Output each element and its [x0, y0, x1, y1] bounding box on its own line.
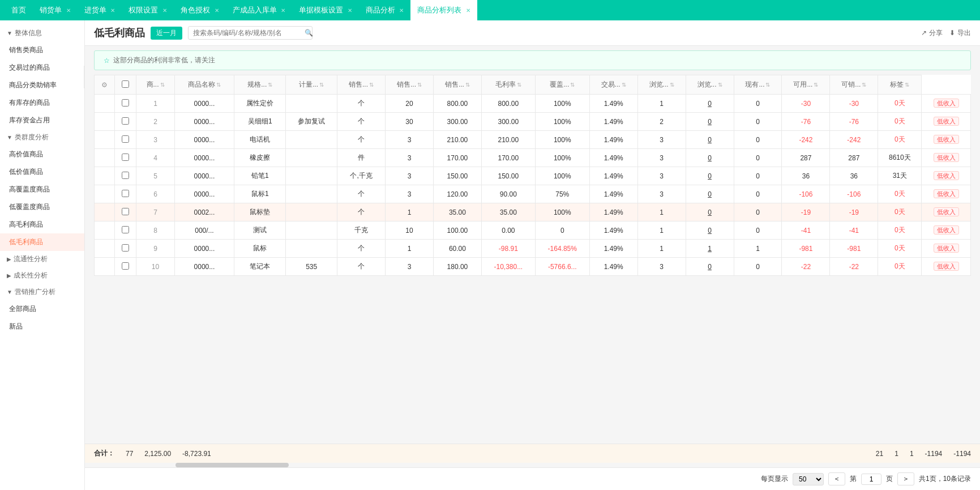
sidebar-item-high-coverage[interactable]: 高覆盖度商品	[0, 181, 84, 198]
cell-checkbox[interactable]	[114, 203, 136, 221]
cell-browse1[interactable]: 0	[686, 95, 734, 113]
th-settings[interactable]: ⚙	[95, 75, 115, 95]
cell-browse1[interactable]: 0	[686, 149, 734, 167]
row-checkbox[interactable]	[122, 172, 129, 179]
cell-browse2: 0	[734, 131, 782, 149]
cell-browse1[interactable]: 0	[686, 221, 734, 240]
th-sale-amount[interactable]: 销售...⇅	[433, 75, 481, 95]
th-browse1[interactable]: 浏览...⇅	[637, 75, 686, 95]
sidebar-item-in-stock[interactable]: 有库存的商品	[0, 94, 84, 112]
cell-checkbox[interactable]	[114, 221, 136, 240]
search-input[interactable]	[188, 26, 313, 40]
sidebar-group-marketing[interactable]: ▼ 营销推广分析	[0, 284, 84, 300]
sidebar-item-inventory-capital[interactable]: 库存资金占用	[0, 112, 84, 129]
cell-checkbox[interactable]	[114, 258, 136, 276]
th-current-stock[interactable]: 现有...⇅	[734, 75, 782, 95]
row-checkbox[interactable]	[122, 190, 129, 197]
cell-browse1[interactable]: 0	[686, 258, 734, 276]
row-checkbox[interactable]	[122, 244, 129, 252]
th-transaction[interactable]: 交易...⇅	[589, 75, 637, 95]
sidebar-item-low-coverage[interactable]: 低覆盖度商品	[0, 198, 84, 216]
row-checkbox[interactable]	[122, 262, 129, 270]
th-tag[interactable]: 标签⇅	[878, 75, 922, 95]
sidebar-group-overall[interactable]: ▼ 整体信息	[0, 25, 84, 41]
cell-checkbox[interactable]	[114, 185, 136, 203]
cell-checkbox[interactable]	[114, 95, 136, 113]
cell-checkbox[interactable]	[114, 240, 136, 258]
th-unit[interactable]: 计量...⇅	[286, 75, 337, 95]
prev-page-button[interactable]: ＜	[828, 472, 845, 485]
close-icon[interactable]: ✕	[281, 7, 285, 14]
row-checkbox[interactable]	[122, 135, 129, 143]
row-checkbox[interactable]	[122, 208, 129, 215]
nav-item-home[interactable]: 首页	[5, 0, 33, 20]
sidebar-item-category-rate[interactable]: 商品分类助销率	[0, 76, 84, 94]
nav-item-purchase[interactable]: 进货单 ✕	[78, 0, 122, 20]
nav-item-product-in[interactable]: 产成品入库单 ✕	[226, 0, 293, 20]
sidebar-group-flow[interactable]: ▶ 流通性分析	[0, 251, 84, 267]
export-button[interactable]: ⬇ 导出	[949, 28, 971, 38]
close-icon[interactable]: ✕	[66, 7, 71, 14]
cell-browse1[interactable]: 0	[686, 113, 734, 131]
sidebar-item-high-gross[interactable]: 高毛利商品	[0, 216, 84, 233]
th-checkbox[interactable]	[114, 75, 136, 95]
cell-unit: 千克	[337, 221, 386, 240]
sidebar-item-all-goods[interactable]: 全部商品	[0, 300, 84, 318]
close-icon[interactable]: ✕	[215, 7, 219, 14]
nav-item-sales[interactable]: 销货单 ✕	[33, 0, 78, 20]
nav-item-analysis[interactable]: 商品分析 ✕	[359, 0, 411, 20]
tag-badge: 低收入	[934, 262, 959, 271]
cell-browse2: 0	[734, 113, 782, 131]
share-button[interactable]: ↗ 分享	[921, 28, 943, 38]
th-browse2[interactable]: 浏览...⇅	[686, 75, 734, 95]
sidebar-collapse-button[interactable]: 《	[84, 66, 85, 88]
th-coverage[interactable]: 覆盖...⇅	[535, 75, 589, 95]
close-icon[interactable]: ✕	[466, 7, 470, 14]
cell-checkbox[interactable]	[114, 131, 136, 149]
cell-checkbox[interactable]	[114, 149, 136, 167]
nav-item-template[interactable]: 单据模板设置 ✕	[292, 0, 359, 20]
nav-item-role[interactable]: 角色授权 ✕	[174, 0, 226, 20]
th-spec[interactable]: 规格...⇅	[234, 75, 286, 95]
close-icon[interactable]: ✕	[348, 7, 352, 14]
nav-item-permission[interactable]: 权限设置 ✕	[122, 0, 174, 20]
cell-browse1[interactable]: 0	[686, 167, 734, 185]
sidebar-item-sales-goods[interactable]: 销售类商品	[0, 41, 84, 59]
cell-checkbox[interactable]	[114, 167, 136, 185]
th-code[interactable]: 商...⇅	[136, 75, 174, 95]
sidebar-item-low-gross[interactable]: 低毛利商品	[0, 233, 84, 251]
sidebar-group-cluster[interactable]: ▼ 类群度分析	[0, 129, 84, 146]
th-available[interactable]: 可用...⇅	[782, 75, 830, 95]
th-sale-price[interactable]: 销售...⇅	[386, 75, 434, 95]
th-sale-qty[interactable]: 销售...⇅	[337, 75, 386, 95]
close-icon[interactable]: ✕	[110, 7, 115, 14]
search-icon[interactable]: 🔍	[305, 29, 313, 37]
close-icon[interactable]: ✕	[399, 7, 404, 14]
row-checkbox[interactable]	[122, 154, 129, 161]
th-name[interactable]: 商品名称⇅	[174, 75, 234, 95]
cell-browse1[interactable]: 1	[686, 240, 734, 258]
next-page-button[interactable]: ＞	[897, 472, 914, 485]
close-icon[interactable]: ✕	[162, 7, 167, 14]
per-page-select[interactable]: 50 100	[793, 473, 824, 485]
page-number-input[interactable]	[861, 474, 881, 485]
filter-button[interactable]: 近一月	[151, 27, 182, 40]
cell-browse1[interactable]: 0	[686, 185, 734, 203]
cell-checkbox[interactable]	[114, 113, 136, 131]
row-checkbox[interactable]	[122, 99, 129, 106]
th-gross-rate[interactable]: 毛利率⇅	[481, 75, 535, 95]
cell-browse1[interactable]: 0	[686, 203, 734, 221]
row-checkbox[interactable]	[122, 117, 129, 125]
sidebar-item-high-value[interactable]: 高价值商品	[0, 146, 84, 163]
cell-browse1[interactable]: 0	[686, 131, 734, 149]
sidebar-item-low-value[interactable]: 低价值商品	[0, 163, 84, 181]
scrollbar-thumb[interactable]	[176, 463, 289, 467]
th-sellable[interactable]: 可销...⇅	[830, 75, 878, 95]
row-checkbox[interactable]	[122, 226, 129, 233]
select-all-checkbox[interactable]	[122, 80, 129, 88]
sidebar-item-traded-goods[interactable]: 交易过的商品	[0, 59, 84, 76]
horizontal-scrollbar[interactable]	[85, 463, 980, 467]
sidebar-item-new-goods[interactable]: 新品	[0, 318, 84, 335]
sidebar-group-growth[interactable]: ▶ 成长性分析	[0, 267, 84, 284]
nav-item-analysis-list[interactable]: 商品分析列表 ✕	[410, 0, 477, 20]
